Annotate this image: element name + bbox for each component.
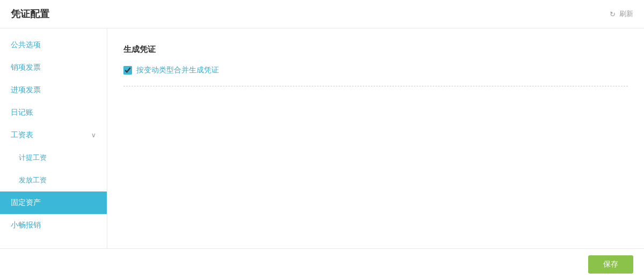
sidebar-item-label: 销项发票 (11, 63, 41, 72)
section-divider (123, 86, 628, 86)
sidebar-item-label: 工资表 (11, 130, 33, 140)
sidebar-item-journal[interactable]: 日记账 (0, 101, 107, 124)
sidebar-item-expense[interactable]: 小畅报销 (0, 214, 107, 237)
save-button[interactable]: 保存 (588, 255, 633, 274)
refresh-icon: ↻ (610, 10, 617, 18)
main-content: 生成凭证 按变动类型合并生成凭证 (107, 28, 644, 248)
sidebar-item-payroll-table[interactable]: 工资表∨ (0, 124, 107, 146)
sidebar-item-label: 发放工资 (19, 175, 47, 185)
refresh-label: 刷新 (619, 9, 633, 19)
refresh-button[interactable]: ↻ 刷新 (610, 9, 633, 19)
sidebar-item-accrual-payroll[interactable]: 计提工资 (0, 146, 107, 169)
sidebar-item-public[interactable]: 公共选项 (0, 34, 107, 56)
sidebar-item-label: 公共选项 (11, 40, 41, 50)
sidebar-item-label: 进项发票 (11, 85, 41, 95)
sidebar-item-pay-payroll[interactable]: 发放工资 (0, 169, 107, 191)
page-footer: 保存 (0, 248, 644, 280)
sidebar-item-label: 固定资产 (11, 198, 41, 208)
checkbox-row: 按变动类型合并生成凭证 (123, 65, 628, 75)
merge-checkbox-label[interactable]: 按变动类型合并生成凭证 (136, 65, 219, 75)
sidebar: 公共选项销项发票进项发票日记账工资表∨计提工资发放工资固定资产小畅报销 (0, 28, 107, 248)
sidebar-item-label: 日记账 (11, 108, 33, 117)
page-wrapper: 凭证配置 ↻ 刷新 公共选项销项发票进项发票日记账工资表∨计提工资发放工资固定资… (0, 0, 644, 280)
page-header: 凭证配置 ↻ 刷新 (0, 0, 644, 28)
sidebar-item-sales-invoice[interactable]: 销项发票 (0, 56, 107, 79)
page-title: 凭证配置 (11, 8, 49, 20)
content-area: 公共选项销项发票进项发票日记账工资表∨计提工资发放工资固定资产小畅报销 生成凭证… (0, 28, 644, 248)
merge-checkbox[interactable] (123, 66, 132, 75)
sidebar-item-fixed-assets[interactable]: 固定资产 (0, 191, 107, 214)
sidebar-item-purchase-invoice[interactable]: 进项发票 (0, 79, 107, 101)
section-title: 生成凭证 (123, 45, 628, 55)
sidebar-item-label: 小畅报销 (11, 220, 41, 230)
sidebar-item-label: 计提工资 (19, 153, 47, 163)
chevron-down-icon: ∨ (91, 131, 96, 139)
